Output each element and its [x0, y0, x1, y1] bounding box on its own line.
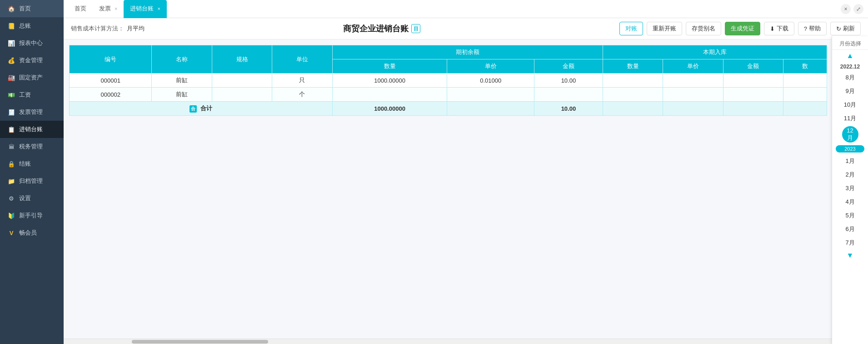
sidebar-item-assets[interactable]: 🏭 固定资产 [0, 69, 64, 86]
reopen-button[interactable]: 重新开账 [647, 22, 682, 35]
col-header-in-price: 单价 [663, 59, 723, 74]
tab-purchase-sales[interactable]: 进销台账 × [124, 0, 166, 18]
tab-purchase-sales-close[interactable]: × [157, 6, 160, 11]
row-in-qty [603, 74, 663, 88]
month-item-4[interactable]: 4月 [832, 195, 868, 209]
table-wrapper[interactable]: 编号 名称 规格 单位 期初余额 本期入库 数量 单价 金额 数量 单价 金额 [64, 39, 868, 339]
col-header-unit: 单位 [272, 45, 332, 74]
total-in-price [663, 102, 723, 116]
window-controls: × ⤢ [841, 4, 863, 14]
generate-voucher-button[interactable]: 生成凭证 [725, 22, 760, 35]
row-unit: 个 [272, 88, 332, 102]
main-area: 首页 发票 × 进销台账 × × ⤢ 销售成本计算方法： 月平均 商贸企业进销台… [64, 0, 868, 344]
col-header-inbound: 本期入库 [603, 45, 827, 59]
salary-icon: 💵 [7, 91, 15, 99]
window-maximize-button[interactable]: ⤢ [853, 4, 863, 14]
row-id: 000001 [70, 74, 152, 88]
row-spec [212, 74, 272, 88]
sidebar-item-guide[interactable]: 🔰 新手引导 [0, 207, 64, 224]
reports-icon: 📊 [7, 39, 15, 47]
total-icon: 合 [190, 105, 197, 113]
refresh-icon: ↻ [836, 25, 841, 32]
month-item-6[interactable]: 6月 [832, 222, 868, 236]
month-item-10[interactable]: 10月 [832, 98, 868, 112]
table-row: 000002 前缸 个 [70, 88, 827, 102]
ledger-table: 编号 名称 规格 单位 期初余额 本期入库 数量 单价 金额 数量 单价 金额 [69, 45, 827, 116]
month-item-3[interactable]: 3月 [832, 182, 868, 195]
sidebar-item-home[interactable]: 🏠 首页 [0, 0, 64, 17]
row-unit: 只 [272, 74, 332, 88]
month-item-11[interactable]: 11月 [832, 112, 868, 125]
ledger-icon: 📒 [7, 22, 15, 30]
month-item-5[interactable]: 5月 [832, 209, 868, 222]
tax-icon: 🏛 [7, 143, 15, 151]
row-name: 前缸 [152, 74, 212, 88]
reconcile-button[interactable]: 对账 [619, 22, 643, 35]
guide-icon: 🔰 [7, 211, 15, 220]
horizontal-scrollbar[interactable] [64, 339, 868, 344]
sidebar-item-salary[interactable]: 💵 工资 [0, 86, 64, 103]
row-extra [783, 74, 827, 88]
month-item-8[interactable]: 8月 [832, 71, 868, 84]
help-button[interactable]: ? 帮助 [798, 22, 827, 35]
scroll-thumb[interactable] [132, 340, 268, 344]
month-nav-up[interactable]: ▲ [832, 50, 868, 62]
row-extra [783, 88, 827, 102]
download-icon: ⬇ [770, 25, 775, 32]
row-init-amount [534, 88, 603, 102]
sidebar-item-reports[interactable]: 📊 报表中心 [0, 34, 64, 52]
total-init-price [447, 102, 534, 116]
total-label: 合 合计 [70, 102, 333, 116]
sidebar-item-funds[interactable]: 💰 资金管理 [0, 52, 64, 69]
purchase-sales-icon: 📋 [7, 125, 15, 133]
invoice-mgmt-icon: 🧾 [7, 108, 15, 116]
help-icon: ? [804, 25, 807, 32]
col-header-period-initial: 期初余额 [332, 45, 603, 59]
settings-icon: ⚙ [7, 194, 15, 202]
cost-method-value: 月平均 [127, 25, 145, 33]
row-spec [212, 88, 272, 102]
month-panel-title: 月份选择 [832, 36, 868, 50]
year-2022-label: 2022.12 [832, 62, 868, 71]
sidebar-item-invoice-mgmt[interactable]: 🧾 发票管理 [0, 103, 64, 121]
save-alias-button[interactable]: 存货别名 [686, 22, 721, 35]
sidebar-item-ledger[interactable]: 📒 总账 [0, 17, 64, 34]
cost-method: 销售成本计算方法： 月平均 [71, 25, 145, 33]
funds-icon: 💰 [7, 56, 15, 64]
col-header-init-amount: 金额 [534, 59, 603, 74]
sidebar-item-purchase-sales[interactable]: 📋 进销台账 [0, 121, 64, 138]
sidebar-item-archive[interactable]: 📁 归档管理 [0, 172, 64, 190]
row-in-qty [603, 88, 663, 102]
sidebar-item-settings[interactable]: ⚙ 设置 [0, 190, 64, 207]
month-item-12-active[interactable]: 12月 [842, 126, 858, 143]
month-item-2[interactable]: 2月 [832, 168, 868, 182]
tab-home[interactable]: 首页 [68, 0, 93, 18]
sidebar-item-member[interactable]: V 畅会员 [0, 224, 64, 241]
download-button[interactable]: ⬇ 下载 [764, 22, 794, 35]
month-item-9[interactable]: 9月 [832, 84, 868, 98]
table-total-row: 合 合计 1000.00000 10.00 [70, 102, 827, 116]
col-header-init-price: 单价 [447, 59, 534, 74]
row-init-qty: 1000.00000 [332, 74, 447, 88]
month-item-1[interactable]: 1月 [832, 154, 868, 168]
col-header-spec: 规格 [212, 45, 272, 74]
refresh-button[interactable]: ↻ 刷新 [830, 22, 861, 35]
row-in-price [663, 88, 723, 102]
window-minimize-button[interactable]: × [841, 4, 851, 14]
col-header-name: 名称 [152, 45, 212, 74]
month-panel: 月份选择 ▲ 2022.12 8月 9月 10月 11月 12月 2023 1月… [832, 36, 868, 344]
row-in-amount [723, 74, 783, 88]
tab-invoice[interactable]: 发票 × [93, 0, 124, 18]
col-header-in-qty: 数量 [603, 59, 663, 74]
title-edit-icon[interactable]: 目 [411, 24, 420, 33]
month-item-7[interactable]: 7月 [832, 236, 868, 250]
col-header-init-qty: 数量 [332, 59, 447, 74]
tab-invoice-close[interactable]: × [115, 6, 117, 11]
sidebar-item-tax[interactable]: 🏛 税务管理 [0, 138, 64, 155]
row-in-price [663, 74, 723, 88]
archive-icon: 📁 [7, 177, 15, 185]
assets-icon: 🏭 [7, 74, 15, 82]
row-in-amount [723, 88, 783, 102]
month-nav-down[interactable]: ▼ [832, 250, 868, 261]
sidebar-item-closing[interactable]: 🔒 结账 [0, 155, 64, 172]
